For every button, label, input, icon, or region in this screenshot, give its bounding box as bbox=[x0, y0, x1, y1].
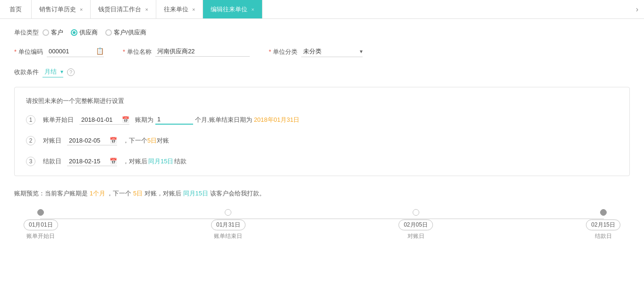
period-wrap bbox=[155, 115, 193, 125]
preview-part1: 1个月 bbox=[90, 190, 105, 197]
setting-num-3: 3 bbox=[26, 157, 35, 166]
calendar-icon-1[interactable]: 📅 bbox=[122, 116, 129, 123]
tab-cash-work-close[interactable]: × bbox=[145, 7, 148, 12]
unit-name-label: 单位名称 bbox=[127, 48, 152, 56]
unit-name-input[interactable] bbox=[155, 47, 250, 57]
unit-class-value: 未分类 bbox=[301, 46, 358, 57]
radio-both-circle bbox=[105, 29, 112, 36]
unit-class-star: * bbox=[269, 48, 271, 55]
reconcile-date-input[interactable] bbox=[67, 136, 110, 145]
payment-value: 月结 bbox=[42, 67, 59, 77]
unit-class-group: * 单位分类 未分类 ▾ bbox=[269, 46, 363, 57]
payment-label: 收款条件 bbox=[14, 68, 39, 76]
setting-row-3: 3 结款日 📅 ，对账后 同月15日 结款 bbox=[26, 157, 618, 166]
tl-label-3: 对账日 bbox=[407, 232, 424, 240]
radio-supplier-label: 供应商 bbox=[79, 28, 98, 37]
help-icon[interactable]: ? bbox=[67, 68, 75, 76]
payment-date-input[interactable] bbox=[67, 157, 110, 166]
start-date-input[interactable] bbox=[79, 115, 122, 124]
unit-code-group: * 单位编码 📋 bbox=[14, 47, 104, 57]
radio-customer[interactable]: 客户 bbox=[42, 28, 63, 37]
preview-suffix: 该客户会给我打款。 bbox=[210, 190, 265, 197]
timeline-points: 01月01日 账单开始日 01月31日 账单结束日 02月05日 对账日 02月… bbox=[24, 209, 620, 240]
tab-sales-history[interactable]: 销售订单历史 × bbox=[32, 0, 91, 18]
tab-partner-close[interactable]: × bbox=[192, 7, 195, 12]
preview-mid2: 对账，对账后 bbox=[144, 190, 181, 197]
label-reconcile-date: 对账日 bbox=[43, 136, 61, 145]
radio-customer-label: 客户 bbox=[51, 28, 63, 37]
preview-prefix: 账期预览：当前客户账期是 bbox=[14, 190, 88, 197]
unit-name-star: * bbox=[123, 48, 125, 55]
payment-day-highlight: 同月15日 bbox=[148, 157, 173, 166]
radio-both-label: 客户/供应商 bbox=[114, 28, 146, 37]
tab-sales-history-close[interactable]: × bbox=[80, 7, 83, 12]
setting-num-2: 2 bbox=[26, 136, 35, 145]
tab-cash-work[interactable]: 钱货日清工作台 × bbox=[91, 0, 156, 18]
tab-edit-partner[interactable]: 编辑往来单位 × bbox=[203, 0, 262, 18]
reconcile-date-wrap: 📅 bbox=[67, 136, 117, 145]
tab-edit-partner-close[interactable]: × bbox=[251, 7, 254, 12]
unit-class-select[interactable]: 未分类 ▾ bbox=[301, 46, 363, 57]
settings-title: 请按照未来的一个完整帐期进行设置 bbox=[26, 97, 618, 105]
unit-type-label: 单位类型 bbox=[14, 28, 39, 37]
period-label: 账期为 bbox=[135, 116, 153, 124]
timeline-point-3: 02月05日 对账日 bbox=[398, 209, 433, 240]
unit-type-group: 单位类型 客户 供应商 客户/供应商 bbox=[14, 28, 146, 37]
tl-label-4: 结款日 bbox=[595, 232, 612, 240]
tab-partner-label: 往来单位 bbox=[164, 5, 188, 14]
unit-info-row: * 单位编码 📋 * 单位名称 * 单位分类 未分类 ▾ bbox=[14, 46, 630, 57]
reconcile-suffix: 对账 bbox=[157, 136, 169, 145]
radio-both[interactable]: 客户/供应商 bbox=[105, 28, 146, 37]
setting-row-1: 1 账单开始日 📅 账期为 个月,账单结束日期为 2018年01月31日 bbox=[26, 115, 618, 125]
tab-sales-history-label: 销售订单历史 bbox=[39, 5, 76, 14]
radio-group: 客户 供应商 客户/供应商 bbox=[42, 28, 146, 37]
preview-mid1: ，下一个 bbox=[107, 190, 131, 197]
tl-label-2: 账单结束日 bbox=[214, 232, 242, 240]
main-content: 单位类型 客户 供应商 客户/供应商 * 单位编码 bbox=[0, 19, 644, 287]
tab-scroll-arrow[interactable]: › bbox=[630, 0, 644, 18]
payment-suffix: 结款 bbox=[174, 157, 186, 166]
unit-code-input-wrap: 📋 bbox=[47, 47, 104, 57]
tl-dot-1 bbox=[37, 209, 44, 216]
chevron-down-icon: ▾ bbox=[360, 48, 363, 55]
tl-dot-2 bbox=[225, 209, 231, 216]
payment-select[interactable]: 月结 ▾ bbox=[42, 67, 63, 77]
unit-class-label: 单位分类 bbox=[273, 48, 297, 56]
tl-dot-4 bbox=[600, 209, 607, 216]
setting-num-1: 1 bbox=[26, 115, 35, 125]
timeline-point-4: 02月15日 结款日 bbox=[586, 209, 620, 240]
tl-badge-2: 01月31日 bbox=[211, 219, 246, 230]
radio-customer-circle bbox=[42, 29, 49, 36]
settings-box: 请按照未来的一个完整帐期进行设置 1 账单开始日 📅 账期为 个月,账单结束日期… bbox=[14, 87, 630, 176]
reconcile-prefix: ，下一个 bbox=[123, 136, 147, 145]
tl-badge-3: 02月05日 bbox=[398, 219, 433, 230]
payment-prefix: ，对账后 bbox=[123, 157, 147, 166]
tab-edit-partner-label: 编辑往来单位 bbox=[211, 5, 247, 14]
period-suffix: 个月,账单结束日期为 bbox=[195, 116, 252, 124]
unit-code-star: * bbox=[14, 48, 17, 55]
preview-row: 账期预览：当前客户账期是 1个月 ，下一个 5日 对账，对账后 同月15日 该客… bbox=[14, 184, 630, 198]
start-date-wrap: 📅 bbox=[79, 115, 129, 125]
reconcile-day-highlight: 5日 bbox=[147, 136, 157, 145]
tl-dot-3 bbox=[413, 209, 419, 216]
tab-home[interactable]: 首页 bbox=[0, 0, 32, 18]
period-input[interactable] bbox=[155, 115, 193, 124]
tl-badge-4: 02月15日 bbox=[586, 219, 620, 230]
unit-code-label: 单位编码 bbox=[18, 48, 43, 56]
timeline-point-1: 01月01日 账单开始日 bbox=[24, 209, 58, 240]
radio-supplier[interactable]: 供应商 bbox=[71, 28, 98, 37]
calendar-icon: 📋 bbox=[96, 47, 104, 55]
tab-partner[interactable]: 往来单位 × bbox=[156, 0, 203, 18]
radio-supplier-circle bbox=[71, 29, 77, 36]
timeline-point-2: 01月31日 账单结束日 bbox=[211, 209, 246, 240]
tab-cash-work-label: 钱货日清工作台 bbox=[98, 5, 141, 14]
setting-row-2: 2 对账日 📅 ，下一个 5日 对账 bbox=[26, 136, 618, 145]
tl-badge-1: 01月01日 bbox=[24, 219, 58, 230]
timeline: 01月01日 账单开始日 01月31日 账单结束日 02月05日 对账日 02月… bbox=[14, 209, 630, 240]
calendar-icon-2[interactable]: 📅 bbox=[110, 137, 117, 144]
unit-code-input[interactable] bbox=[47, 47, 94, 56]
end-date-highlight: 2018年01月31日 bbox=[254, 116, 300, 124]
payment-date-wrap: 📅 bbox=[67, 157, 117, 166]
calendar-icon-3[interactable]: 📅 bbox=[110, 158, 117, 165]
payment-arrow-icon: ▾ bbox=[60, 68, 63, 75]
